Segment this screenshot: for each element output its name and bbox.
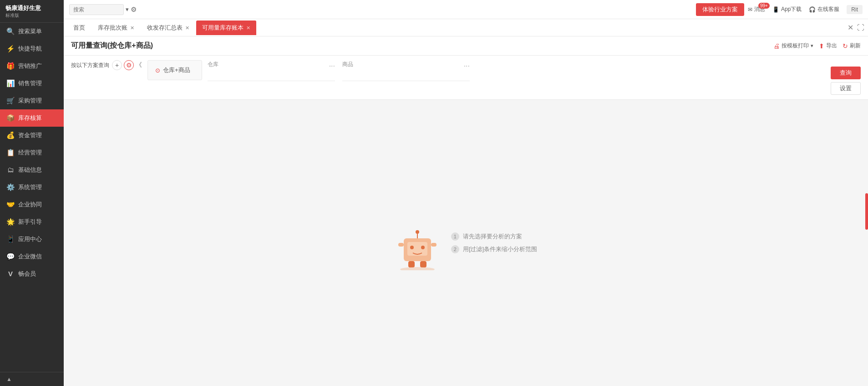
- sidebar-item-enterprise[interactable]: 🤝 企业协同: [0, 196, 64, 213]
- filter-actions: 查询 设置: [831, 60, 861, 95]
- sidebar-item-label: 系统管理: [18, 183, 42, 191]
- lightning-icon: ⚡: [6, 45, 15, 53]
- tab-home[interactable]: 首页: [67, 21, 91, 35]
- folder-icon: 🗂: [6, 166, 15, 174]
- print-label: 按模板打印: [782, 42, 809, 50]
- sidebar-item-sales[interactable]: 📊 销售管理: [0, 75, 64, 92]
- tab-batch-ledger-label: 库存批次账: [98, 24, 127, 32]
- right-scrollbar[interactable]: [865, 193, 868, 230]
- sidebar-item-basic[interactable]: 🗂 基础信息: [0, 161, 64, 179]
- export-icon: ⬆: [819, 42, 824, 50]
- topbar: ▾ ⚙ 体验行业方案 ✉ 消息 99+ 📱 App下载 🎧 在线客服 Rit: [64, 0, 868, 19]
- gear-icon: ⚙️: [6, 183, 15, 191]
- trial-industry-button[interactable]: 体验行业方案: [696, 3, 744, 16]
- empty-svg: [395, 220, 440, 270]
- sidebar-item-system[interactable]: ⚙️ 系统管理: [0, 179, 64, 196]
- app-download-button[interactable]: 📱 App下载: [772, 5, 802, 13]
- empty-state: 1 请先选择要分析的方案 2 用[过滤]条件来缩小分析范围: [64, 100, 868, 386]
- sidebar-item-label: 库存核算: [18, 114, 42, 122]
- sidebar-item-marketing[interactable]: 🎁 营销推广: [0, 57, 64, 75]
- handshake-icon: 🤝: [6, 201, 15, 209]
- topbar-gear-button[interactable]: ⚙: [131, 5, 137, 14]
- sidebar-item-purchase[interactable]: 🛒 采购管理: [0, 92, 64, 109]
- topbar-search-input[interactable]: [69, 4, 124, 15]
- settings-button[interactable]: 设置: [831, 82, 861, 95]
- filter-area: 按以下方案查询 + ⚙ 《 ⊙ 仓库+商品 仓库 ...: [64, 56, 868, 100]
- goods-input[interactable]: [342, 70, 470, 81]
- download-icon: 📱: [772, 6, 779, 13]
- message-button[interactable]: ✉ 消息 99+: [748, 5, 765, 13]
- scheme-warehouse-goods[interactable]: ⊙ 仓库+商品: [152, 64, 198, 76]
- message-badge: 99+: [758, 3, 770, 9]
- sidebar-item-wechat[interactable]: 💬 企业微信: [0, 248, 64, 265]
- sidebar-item-label: 企业协同: [18, 201, 42, 209]
- sidebar-item-inventory[interactable]: 📦 库存核算: [0, 109, 64, 127]
- user-name: Rit: [851, 6, 858, 13]
- sidebar-item-appcenter[interactable]: 📱 应用中心: [0, 231, 64, 248]
- tab-receive-summary[interactable]: 收发存汇总表 ✕: [141, 21, 195, 35]
- chat-icon: 💬: [6, 252, 15, 261]
- tab-receive-summary-label: 收发存汇总表: [147, 24, 183, 32]
- customer-service-button[interactable]: 🎧 在线客服: [809, 5, 839, 13]
- app-title: 畅康通好生意: [5, 5, 58, 12]
- refresh-icon: ↻: [843, 42, 848, 50]
- sidebar-item-finance[interactable]: 💰 资金管理: [0, 127, 64, 144]
- empty-box-illustration: [395, 220, 440, 266]
- topbar-dropdown-button[interactable]: ▾: [126, 6, 129, 13]
- filter-fields: 仓库 ... 商品 ...: [208, 60, 825, 81]
- sidebar-item-label: 快捷导航: [18, 45, 42, 53]
- expand-icon: ▲: [6, 376, 12, 382]
- empty-hint-2: 2 用[过滤]条件来缩小分析范围: [451, 245, 537, 253]
- print-dropdown-icon: ▾: [811, 43, 813, 49]
- page-header-actions: 🖨 按模板打印 ▾ ⬆ 导出 ↻ 刷新: [773, 42, 861, 50]
- warehouse-input[interactable]: [208, 70, 335, 81]
- sidebar-item-label: 销售管理: [18, 79, 42, 87]
- refresh-button[interactable]: ↻ 刷新: [843, 42, 861, 50]
- query-button[interactable]: 查询: [831, 67, 861, 79]
- empty-hint-1: 1 请先选择要分析的方案: [451, 232, 537, 241]
- svg-rect-8: [408, 261, 415, 268]
- sidebar-item-member[interactable]: V 畅会员: [0, 265, 64, 283]
- message-icon: ✉: [748, 6, 752, 13]
- tab-close-all-button[interactable]: ✕: [848, 23, 853, 32]
- app-subtitle: 标准版: [5, 12, 58, 19]
- money-icon: 💰: [6, 131, 15, 139]
- vip-icon: V: [6, 270, 15, 278]
- sidebar-item-label: 基础信息: [18, 166, 42, 174]
- tab-available-ledger-close[interactable]: ✕: [246, 25, 250, 31]
- clipboard-icon: 📋: [6, 149, 15, 157]
- add-scheme-button[interactable]: +: [112, 60, 122, 70]
- sidebar-item-newbie[interactable]: 🌟 新手引导: [0, 213, 64, 231]
- scheme-item-icon: ⊙: [155, 67, 160, 74]
- goods-more-button[interactable]: ...: [464, 60, 470, 68]
- user-avatar[interactable]: Rit: [847, 5, 863, 14]
- sidebar: 畅康通好生意 标准版 🔍 搜索菜单 ⚡ 快捷导航 🎁 营销推广 📊 销售管理 🛒…: [0, 0, 64, 386]
- tab-available-ledger[interactable]: 可用量库存账本 ✕: [196, 21, 256, 35]
- headset-icon: 🎧: [809, 6, 816, 13]
- sidebar-item-label: 搜索菜单: [18, 27, 42, 36]
- tab-receive-summary-close[interactable]: ✕: [185, 25, 189, 31]
- sidebar-nav: 🔍 搜索菜单 ⚡ 快捷导航 🎁 营销推广 📊 销售管理 🛒 采购管理 📦 库存核…: [0, 23, 64, 372]
- svg-point-3: [421, 246, 425, 249]
- sidebar-item-shortcut[interactable]: ⚡ 快捷导航: [0, 40, 64, 57]
- tab-maximize-button[interactable]: ⛶: [857, 24, 864, 32]
- tab-batch-ledger[interactable]: 库存批次账 ✕: [92, 21, 140, 35]
- sidebar-item-search[interactable]: 🔍 搜索菜单: [0, 23, 64, 40]
- hint-text-1: 请先选择要分析的方案: [463, 232, 522, 241]
- export-button[interactable]: ⬆ 导出: [819, 42, 837, 50]
- sidebar-item-operations[interactable]: 📋 经营管理: [0, 144, 64, 161]
- print-template-button[interactable]: 🖨 按模板打印 ▾: [773, 42, 813, 50]
- sidebar-logo: 畅康通好生意 标准版: [0, 0, 64, 23]
- star-icon: 🌟: [6, 218, 15, 226]
- filter-field-goods-label: 商品 ...: [342, 60, 470, 68]
- scheme-settings-button[interactable]: ⚙: [124, 60, 134, 70]
- svg-rect-7: [431, 243, 437, 247]
- mobile-icon: 📱: [6, 235, 15, 243]
- box-icon: 📦: [6, 114, 15, 122]
- warehouse-more-button[interactable]: ...: [329, 60, 335, 68]
- tab-home-label: 首页: [73, 24, 85, 32]
- tab-batch-ledger-close[interactable]: ✕: [130, 25, 134, 31]
- empty-hints: 1 请先选择要分析的方案 2 用[过滤]条件来缩小分析范围: [451, 232, 537, 253]
- gift-icon: 🎁: [6, 62, 15, 70]
- collapse-scheme-button[interactable]: 《: [136, 61, 142, 69]
